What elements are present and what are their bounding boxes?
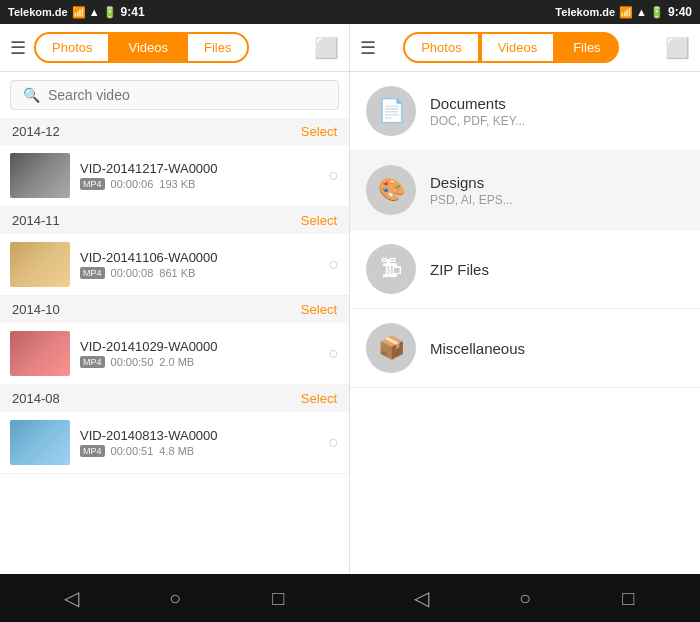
video-item[interactable]: VID-20141217-WA0000 MP4 00:00:06 193 KB …	[0, 145, 349, 207]
video-item[interactable]: VID-20141106-WA0000 MP4 00:00:08 861 KB …	[0, 234, 349, 296]
search-bar[interactable]: 🔍	[10, 80, 339, 110]
check-icon[interactable]: ○	[328, 432, 339, 453]
file-category-item[interactable]: 🗜 ZIP Files	[350, 230, 700, 309]
file-info: Documents DOC, PDF, KEY...	[430, 95, 684, 128]
nav-right: ◁ ○ □	[350, 574, 700, 622]
select-button-2014-08[interactable]: Select	[301, 391, 337, 406]
file-category-name: Miscellaneous	[430, 340, 684, 357]
file-icon-circle: 🗜	[366, 244, 416, 294]
check-icon[interactable]: ○	[328, 165, 339, 186]
file-category-item[interactable]: 📦 Miscellaneous	[350, 309, 700, 388]
video-duration: 00:00:06	[111, 178, 154, 190]
video-item[interactable]: VID-20141029-WA0000 MP4 00:00:50 2.0 MB …	[0, 323, 349, 385]
select-button-2014-10[interactable]: Select	[301, 302, 337, 317]
right-hamburger-icon[interactable]: ☰	[360, 37, 376, 59]
status-bar-left: Telekom.de 📶 ▲ 🔋 9:41	[0, 0, 350, 24]
file-types: PSD, AI, EPS...	[430, 193, 684, 207]
video-meta: MP4 00:00:51 4.8 MB	[80, 445, 328, 457]
video-thumbnail	[10, 153, 70, 198]
mp4-badge: MP4	[80, 356, 105, 368]
left-tab-group: Photos Videos Files	[34, 32, 249, 63]
file-types: DOC, PDF, KEY...	[430, 114, 684, 128]
file-list: 📄 Documents DOC, PDF, KEY... 🎨 Designs P…	[350, 72, 700, 574]
back-button-right[interactable]: ◁	[404, 580, 440, 616]
file-icon-circle: 📄	[366, 86, 416, 136]
file-category-name: Designs	[430, 174, 684, 191]
search-icon: 🔍	[23, 87, 40, 103]
file-category-name: ZIP Files	[430, 261, 684, 278]
select-button-2014-12[interactable]: Select	[301, 124, 337, 139]
video-info: VID-20141106-WA0000 MP4 00:00:08 861 KB	[80, 250, 328, 279]
check-icon[interactable]: ○	[328, 343, 339, 364]
video-meta: MP4 00:00:06 193 KB	[80, 178, 328, 190]
left-panel: ☰ Photos Videos Files ⬜ 🔍 2014-12Select …	[0, 24, 350, 574]
left-carrier: Telekom.de	[8, 6, 68, 18]
section-header-2014-08: 2014-08Select	[0, 385, 349, 412]
mp4-badge: MP4	[80, 178, 105, 190]
recent-button-left[interactable]: □	[260, 580, 296, 616]
recent-button-right[interactable]: □	[610, 580, 646, 616]
file-category-item[interactable]: 📄 Documents DOC, PDF, KEY...	[350, 72, 700, 151]
nav-left: ◁ ○ □	[0, 574, 350, 622]
file-info: Miscellaneous	[430, 340, 684, 357]
file-icon-circle: 🎨	[366, 165, 416, 215]
video-duration: 00:00:08	[111, 267, 154, 279]
video-thumbnail	[10, 331, 70, 376]
battery-icon: 🔋	[103, 6, 117, 19]
left-status-icons: 📶 ▲ 🔋	[72, 6, 117, 19]
video-size: 4.8 MB	[159, 445, 194, 457]
right-cast-icon[interactable]: ⬜	[665, 36, 690, 60]
right-toolbar: ☰ Photos Videos Files ⬜	[350, 24, 700, 72]
right-wifi-icon: ▲	[636, 6, 647, 18]
video-name: VID-20141106-WA0000	[80, 250, 328, 265]
video-item[interactable]: VID-20140813-WA0000 MP4 00:00:51 4.8 MB …	[0, 412, 349, 474]
section-header-2014-11: 2014-11Select	[0, 207, 349, 234]
right-tab-group: Photos Videos Files	[403, 32, 618, 63]
video-thumbnail	[10, 420, 70, 465]
status-bar: Telekom.de 📶 ▲ 🔋 9:41 Telekom.de 📶 ▲ 🔋 9…	[0, 0, 700, 24]
video-meta: MP4 00:00:50 2.0 MB	[80, 356, 328, 368]
tab-files-left[interactable]: Files	[186, 32, 249, 63]
video-list: 2014-12Select VID-20141217-WA0000 MP4 00…	[0, 118, 349, 574]
mp4-badge: MP4	[80, 267, 105, 279]
video-name: VID-20141217-WA0000	[80, 161, 328, 176]
home-button-right[interactable]: ○	[507, 580, 543, 616]
video-name: VID-20141029-WA0000	[80, 339, 328, 354]
file-category-name: Documents	[430, 95, 684, 112]
file-category-item[interactable]: 🎨 Designs PSD, AI, EPS...	[350, 151, 700, 230]
right-status-icons: 📶 ▲ 🔋	[619, 6, 664, 19]
right-carrier: Telekom.de	[555, 6, 615, 18]
video-size: 861 KB	[159, 267, 195, 279]
section-label: 2014-10	[12, 302, 60, 317]
back-button-left[interactable]: ◁	[54, 580, 90, 616]
file-info: Designs PSD, AI, EPS...	[430, 174, 684, 207]
section-label: 2014-11	[12, 213, 60, 228]
tab-photos-right[interactable]: Photos	[403, 32, 479, 63]
right-time: 9:40	[668, 5, 692, 19]
video-duration: 00:00:50	[111, 356, 154, 368]
mp4-badge: MP4	[80, 445, 105, 457]
check-icon[interactable]: ○	[328, 254, 339, 275]
nav-bar: ◁ ○ □ ◁ ○ □	[0, 574, 700, 622]
cast-icon[interactable]: ⬜	[314, 36, 339, 60]
tab-photos-left[interactable]: Photos	[34, 32, 110, 63]
right-signal-icon: 📶	[619, 6, 633, 19]
video-duration: 00:00:51	[111, 445, 154, 457]
video-name: VID-20140813-WA0000	[80, 428, 328, 443]
status-bar-right: Telekom.de 📶 ▲ 🔋 9:40	[350, 0, 700, 24]
tab-files-right[interactable]: Files	[555, 32, 618, 63]
video-info: VID-20141029-WA0000 MP4 00:00:50 2.0 MB	[80, 339, 328, 368]
file-info: ZIP Files	[430, 261, 684, 278]
section-header-2014-10: 2014-10Select	[0, 296, 349, 323]
hamburger-icon[interactable]: ☰	[10, 37, 26, 59]
left-toolbar: ☰ Photos Videos Files ⬜	[0, 24, 349, 72]
select-button-2014-11[interactable]: Select	[301, 213, 337, 228]
tab-videos-left[interactable]: Videos	[110, 32, 186, 63]
video-size: 2.0 MB	[159, 356, 194, 368]
search-input[interactable]	[48, 87, 326, 103]
home-button-left[interactable]: ○	[157, 580, 193, 616]
section-label: 2014-12	[12, 124, 60, 139]
left-time: 9:41	[121, 5, 145, 19]
wifi-icon: ▲	[89, 6, 100, 18]
tab-videos-right[interactable]: Videos	[480, 32, 556, 63]
